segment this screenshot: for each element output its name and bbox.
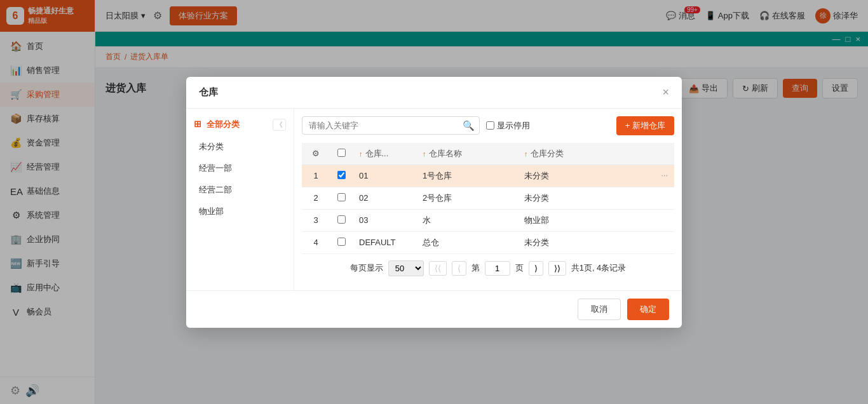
row-category: 未分类··· xyxy=(518,165,674,187)
sort-icon: ↑ xyxy=(359,150,363,158)
search-wrap: 🔍 xyxy=(302,116,480,135)
dialog-body: ⊞ 全部分类 《 未分类经营一部经营二部物业部 🔍 xyxy=(186,109,682,290)
category-header[interactable]: ⊞ 全部分类 《 xyxy=(186,114,294,136)
table-header: ⚙ ↑ 仓库... xyxy=(302,143,674,165)
row-name: 1号仓库 xyxy=(416,165,518,187)
sort-icon3: ↑ xyxy=(524,150,528,158)
th-name-label: 仓库名称 xyxy=(429,148,462,159)
search-button[interactable]: 🔍 xyxy=(463,120,475,131)
row-check[interactable] xyxy=(330,165,353,187)
dialog-header: 仓库 × xyxy=(186,77,682,109)
row-name: 总仓 xyxy=(416,231,518,253)
modal-overlay: 仓库 × ⊞ 全部分类 《 未分类经营一部经营二部物业部 xyxy=(0,0,868,404)
row-code: 03 xyxy=(353,209,416,231)
last-page-button[interactable]: ⟩⟩ xyxy=(548,261,566,276)
sort-icon2: ↑ xyxy=(423,150,426,158)
next-page-button[interactable]: ⟩ xyxy=(529,261,543,276)
row-name: 2号仓库 xyxy=(416,187,518,209)
add-warehouse-button[interactable]: + 新增仓库 xyxy=(616,116,674,135)
gear-icon[interactable]: ⚙ xyxy=(312,149,320,158)
th-check xyxy=(330,143,353,165)
page-input[interactable] xyxy=(485,261,510,276)
table-row[interactable]: 2 02 2号仓库 未分类 xyxy=(302,187,674,209)
category-item[interactable]: 物业部 xyxy=(186,201,294,222)
search-input[interactable] xyxy=(302,116,480,135)
warehouse-table: ⚙ ↑ 仓库... xyxy=(302,143,674,254)
th-category: ↑ 仓库分类 xyxy=(518,143,674,165)
row-num: 4 xyxy=(302,231,330,253)
table-row[interactable]: 4 DEFAULT 总仓 未分类 xyxy=(302,231,674,253)
th-category-label: 仓库分类 xyxy=(531,148,564,159)
dialog-right-panel: 🔍 显示停用 + 新增仓库 ⚙ xyxy=(294,109,682,290)
grid-icon: ⊞ xyxy=(194,119,201,129)
total-info: 共1页, 4条记录 xyxy=(571,262,627,274)
prev-page-button[interactable]: ⟨ xyxy=(452,261,466,276)
category-item[interactable]: 未分类 xyxy=(186,136,294,158)
show-disabled-checkbox[interactable] xyxy=(486,121,494,130)
show-disabled-label[interactable]: 显示停用 xyxy=(486,120,530,131)
dialog-close-button[interactable]: × xyxy=(662,86,669,99)
row-category: 未分类 xyxy=(518,187,674,209)
row-category: 未分类 xyxy=(518,231,674,253)
select-all-checkbox[interactable] xyxy=(337,149,346,157)
warehouse-table-wrap: ⚙ ↑ 仓库... xyxy=(302,143,674,254)
category-item[interactable]: 经营二部 xyxy=(186,179,294,201)
row-check[interactable] xyxy=(330,231,353,253)
dialog-toolbar: 🔍 显示停用 + 新增仓库 xyxy=(302,116,674,135)
row-check[interactable] xyxy=(330,187,353,209)
table-body: 1 01 1号仓库 未分类··· 2 02 2号仓库 未分类 3 03 水 物业… xyxy=(302,165,674,253)
cancel-button[interactable]: 取消 xyxy=(578,299,621,320)
pagination: 每页显示 50 20 100 ⟨⟨ ⟨ 第 页 ⟩ ⟩⟩ 共1页, 4条记录 xyxy=(302,254,674,283)
row-name: 水 xyxy=(416,209,518,231)
table-row[interactable]: 3 03 水 物业部 xyxy=(302,209,674,231)
page-suffix: 页 xyxy=(515,262,524,274)
confirm-button[interactable]: 确定 xyxy=(627,299,669,320)
category-collapse-button[interactable]: 《 xyxy=(273,119,286,131)
row-checkbox[interactable] xyxy=(337,215,346,224)
row-code: 02 xyxy=(353,187,416,209)
row-checkbox[interactable] xyxy=(337,238,346,246)
warehouse-dialog: 仓库 × ⊞ 全部分类 《 未分类经营一部经营二部物业部 xyxy=(186,77,682,328)
th-num: ⚙ xyxy=(302,143,330,165)
table-row[interactable]: 1 01 1号仓库 未分类··· xyxy=(302,165,674,187)
row-category: 物业部 xyxy=(518,209,674,231)
row-num: 2 xyxy=(302,187,330,209)
row-code: DEFAULT xyxy=(353,231,416,253)
category-header-label: 全部分类 xyxy=(207,119,240,129)
th-name: ↑ 仓库名称 xyxy=(416,143,518,165)
row-check[interactable] xyxy=(330,209,353,231)
category-panel: ⊞ 全部分类 《 未分类经营一部经营二部物业部 xyxy=(186,109,294,290)
per-page-label: 每页显示 xyxy=(350,262,383,274)
row-num: 1 xyxy=(302,165,330,187)
row-num: 3 xyxy=(302,209,330,231)
show-disabled-text: 显示停用 xyxy=(497,120,530,131)
dialog-title: 仓库 xyxy=(199,86,218,98)
row-checkbox[interactable] xyxy=(337,171,346,179)
dialog-footer: 取消 确定 xyxy=(186,290,682,328)
row-checkbox[interactable] xyxy=(337,193,346,201)
per-page-select[interactable]: 50 20 100 xyxy=(388,260,424,276)
row-action[interactable]: ··· xyxy=(661,170,668,180)
th-code: ↑ 仓库... xyxy=(353,143,416,165)
page-label: 第 xyxy=(471,262,480,274)
th-code-label: 仓库... xyxy=(365,148,389,159)
category-item[interactable]: 经营一部 xyxy=(186,158,294,179)
first-page-button[interactable]: ⟨⟨ xyxy=(429,261,447,276)
category-list: 未分类经营一部经营二部物业部 xyxy=(186,136,294,222)
row-code: 01 xyxy=(353,165,416,187)
